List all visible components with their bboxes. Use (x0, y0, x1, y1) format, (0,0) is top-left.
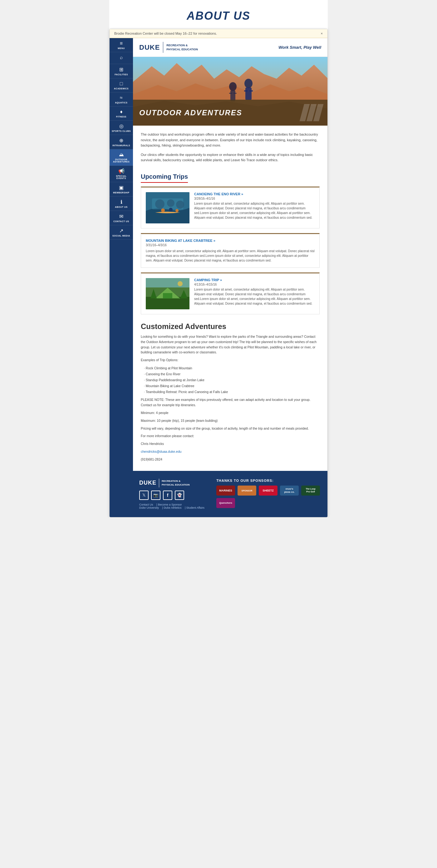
sports-clubs-icon: ◎ (119, 123, 124, 129)
intro-paragraph-1: The outdoor trips and workshops program … (141, 132, 320, 148)
contact-icon: ✉ (119, 213, 123, 219)
intro-paragraph-2: Our clinics offer students the opportuni… (141, 152, 320, 163)
sidebar: ≡ MENU ⌕ ⊞ FACILITIES □ ACADEMICS ≈ AQUA… (109, 38, 133, 517)
trip-options-list: · Rock Climbing at Pilot Mountain · Cano… (144, 365, 320, 395)
trip-image-camping (146, 278, 190, 309)
trip-option-1: · Rock Climbing at Pilot Mountain (144, 365, 320, 371)
academics-icon: □ (120, 81, 123, 87)
become-sponsor-link[interactable]: Become a Sponsor (158, 503, 182, 506)
footer-logo-text: RECREATION &PHYSICAL EDUCATION (162, 479, 190, 486)
trip-date-camping: 4/13/16–4/15/16 (194, 283, 315, 286)
contact-us-link[interactable]: Contact Us (139, 503, 153, 506)
sidebar-item-intramurals[interactable]: ⊕ INTRAMURALS (109, 135, 133, 149)
sidebar-item-academics[interactable]: □ ACADEMICS (109, 79, 133, 92)
instagram-icon: 📷 (153, 493, 158, 497)
social-instagram-button[interactable]: 📷 (151, 491, 161, 500)
hero-image: OUTDOOR ADVENTURES (133, 57, 328, 126)
sidebar-label-intramurals: INTRAMURALS (112, 144, 130, 147)
sponsors-title: THANKS TO OUR SPONSORS: (216, 479, 321, 483)
svg-rect-6 (245, 88, 251, 100)
trip-option-3: · Standup Paddleboarding at Jordan Lake (144, 377, 320, 383)
svg-rect-4 (234, 93, 237, 94)
logo-text: RECREATION &PHYSICAL EDUCATION (166, 43, 198, 51)
svg-point-5 (244, 79, 253, 88)
twitter-icon: 𝕏 (142, 493, 145, 497)
hero-title: OUTDOOR ADVENTURES (139, 108, 242, 117)
svg-text:SPONSOR: SPONSOR (242, 490, 253, 492)
customized-note: PLEASE NOTE: These are examples of trips… (141, 397, 320, 408)
sponsor-loop: The LoopPro Golf (301, 486, 320, 496)
customized-contact-email[interactable]: chendricks@duaa.duke.edu (141, 449, 320, 454)
svg-point-25 (178, 281, 182, 286)
facebook-icon: f (167, 493, 169, 498)
hero-overlay: OUTDOOR ADVENTURES (133, 100, 328, 126)
sidebar-item-aquatics[interactable]: ≈ AQUATICS (109, 92, 133, 106)
student-affairs-link[interactable]: Student Affairs (187, 506, 204, 509)
sidebar-item-about-us[interactable]: ℹ ABOUT US (109, 196, 133, 211)
sidebar-item-fitness[interactable]: ♦ FITNESS (109, 106, 133, 121)
hero-stripes (302, 104, 321, 121)
sponsors-grid: MARINES SPONSOR SHEETZ (216, 486, 321, 508)
svg-point-11 (155, 199, 165, 209)
svg-rect-8 (249, 90, 253, 92)
site-header: DUKE RECREATION &PHYSICAL EDUCATION Work… (133, 38, 328, 57)
sidebar-label-contact-us: CONTACT US (113, 220, 129, 222)
sponsor-quenchers: Quenchers (216, 498, 235, 508)
trip-title-camping[interactable]: CAMPING TRIP » (194, 278, 315, 282)
search-icon: ⌕ (120, 55, 123, 60)
upcoming-trips-title: Upcoming Trips (141, 173, 188, 183)
trip-date-biking: 3/31/16–4/3/16 (146, 243, 315, 247)
enzos-label: enzo'spizza co. (284, 488, 294, 493)
duke-athletics-link[interactable]: Duke Athletics (164, 506, 181, 509)
sidebar-item-membership[interactable]: ▣ MEMBERSHIP (109, 182, 133, 196)
trip-card-biking: MOUNTAIN BIKING AT LAKE CRABTREE » 3/31/… (141, 233, 320, 268)
trip-title-canoeing[interactable]: CANOEING THE ENO RIVER » (194, 192, 315, 196)
sidebar-item-menu[interactable]: ≡ MENU (109, 38, 133, 52)
sponsor-sheetz: SHEETZ (259, 486, 277, 496)
logo-duke: DUKE (139, 43, 160, 52)
duke-university-link[interactable]: Duke University (139, 506, 159, 509)
trip-desc-camping: Lorem ipsum dolor sit amet, consectetur … (194, 287, 315, 306)
customized-pricing: Pricing will vary, depending on size of … (141, 426, 320, 431)
sponsors-area: THANKS TO OUR SPONSORS: MARINES SPONSOR (216, 479, 321, 509)
header-tagline: Work Smart, Play Well (278, 45, 321, 50)
customized-max: Maximum: 10 people (trip), 15 people (te… (141, 418, 320, 423)
trip-card-camping: CAMPING TRIP » 4/13/16–4/15/16 Lorem ips… (141, 273, 320, 314)
sidebar-item-contact-us[interactable]: ✉ CONTACT US (109, 211, 133, 225)
svg-point-13 (176, 200, 184, 209)
sidebar-item-search[interactable]: ⌕ (109, 52, 133, 64)
trip-option-5: · Teambuilding Retreat: Picnic and Canoe… (144, 389, 320, 395)
logo-divider (163, 42, 163, 53)
customized-contact-label: For more information please contact: (141, 433, 320, 439)
sidebar-item-outdoor-adventures[interactable]: ⛰ OUTDOOR ADVENTURES (109, 149, 133, 165)
svg-point-16 (175, 209, 178, 212)
footer-logo-area: DUKE RECREATION &PHYSICAL EDUCATION 𝕏 📷 (139, 479, 207, 509)
trip-card-canoeing: CANOEING THE ENO RIVER » 3/28/16–4/1/16 … (141, 187, 320, 228)
social-facebook-button[interactable]: f (163, 491, 172, 500)
sponsor-enzos: enzo'spizza co. (280, 486, 299, 496)
customized-min: Minimum: 4 people (141, 410, 320, 415)
announcement-text: Brodie Recreation Center will be closed … (114, 32, 217, 35)
about-icon: ℹ (121, 199, 122, 205)
sidebar-item-social-media[interactable]: ↗ SOCIAL MEDIA (109, 225, 133, 240)
sidebar-item-facilities[interactable]: ⊞ FACILITIES (109, 64, 133, 79)
trip-date-canoeing: 3/28/16–4/1/16 (194, 197, 315, 200)
sidebar-item-special-events[interactable]: 📢 SPECIAL EVENTS (109, 165, 133, 182)
footer-social: 𝕏 📷 f 👻 (139, 491, 207, 500)
sidebar-item-sports-clubs[interactable]: ◎ SPORTS CLUBS (109, 121, 133, 135)
trip-option-2: · Canoeing the Eno River (144, 371, 320, 377)
announcement-bar: Brodie Recreation Center will be closed … (109, 29, 328, 38)
sidebar-label-special-events: SPECIAL EVENTS (111, 175, 132, 179)
svg-rect-24 (146, 278, 190, 287)
social-snapchat-button[interactable]: 👻 (175, 491, 184, 500)
close-icon[interactable]: × (321, 32, 323, 35)
sidebar-label-sports-clubs: SPORTS CLUBS (112, 130, 131, 132)
trip-title-biking[interactable]: MOUNTAIN BIKING AT LAKE CRABTREE » (146, 239, 315, 243)
trip-image-canoeing (146, 192, 190, 223)
sheetz-label: SHEETZ (263, 489, 274, 492)
trip-desc-biking: Lorem ipsum dolor sit amet, consectetur … (146, 249, 315, 263)
loop-label: The LoopPro Golf (306, 488, 315, 493)
sidebar-label-outdoor-adventures: OUTDOOR ADVENTURES (111, 158, 132, 163)
social-twitter-button[interactable]: 𝕏 (139, 491, 148, 500)
facilities-icon: ⊞ (119, 67, 123, 72)
